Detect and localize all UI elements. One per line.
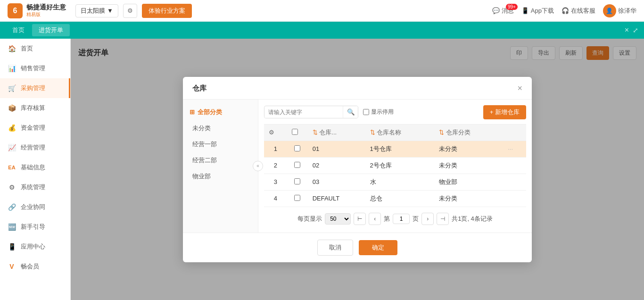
sidebar-label-app-center: 应用中心 [21,242,45,251]
row-action [503,174,526,190]
table-row[interactable]: 2 02 2号仓库 未分类 [264,157,526,174]
app-center-icon: 📱 [8,242,16,251]
sidebar-item-membership[interactable]: V 畅会员 [0,257,70,276]
row-category: 未分类 [434,190,503,207]
pagination: 每页显示 50 100 ⊢ ‹ 第 页 › ⊣ 共 [264,207,526,227]
row-checkbox[interactable] [294,162,300,168]
category-item-unclassified[interactable]: 未分类 [183,120,258,136]
row-idx: 2 [264,157,287,174]
category-all-header[interactable]: ⊞ 全部分类 [183,104,258,120]
phone-icon: 📱 [521,7,529,14]
col-code-header: ⇅ 仓库... [308,124,365,141]
app-logo-icon: 6 [8,3,23,18]
category-item-dept2[interactable]: 经营二部 [183,152,258,168]
sidebar-item-app-center[interactable]: 📱 应用中心 [0,237,70,257]
user-info[interactable]: 👤 徐泽华 [603,4,636,17]
row-name: 2号仓库 [365,157,434,174]
add-warehouse-button[interactable]: + 新增仓库 [483,105,526,119]
sidebar-item-sales[interactable]: 📊 销售管理 [0,58,70,78]
table-row[interactable]: 4 DEFAULT 总仓 未分类 [264,190,526,207]
user-avatar: 👤 [603,4,616,17]
prev-page-button[interactable]: ‹ [369,213,381,225]
purchase-icon: 🛒 [8,84,16,92]
row-action: ··· [503,141,526,157]
nav-tab-home[interactable]: 首页 [6,24,31,36]
system-icon: ⚙ [8,183,16,192]
sidebar-item-home[interactable]: 🏠 首页 [0,39,70,58]
operations-icon: 📈 [8,143,16,152]
nav-expand-button[interactable]: ⤢ [633,26,638,34]
app-download-button[interactable]: 📱 App下载 [521,7,554,15]
search-input[interactable] [264,107,343,118]
per-page-label: 每页显示 [297,215,322,223]
search-button[interactable]: 🔍 [343,106,358,118]
message-badge: 99+ [506,4,518,10]
nav-close-button[interactable]: × [625,26,629,34]
first-page-button[interactable]: ⊢ [354,213,366,225]
category-item-dept1[interactable]: 经营一部 [183,136,258,152]
sidebar-label-operations: 经营管理 [21,143,45,152]
message-button[interactable]: 💬 消息 99+ [492,7,514,15]
sidebar-item-inventory[interactable]: 📦 库存核算 [0,98,70,118]
sort-icon2: ⇅ [370,129,375,136]
sidebar-item-purchase[interactable]: 🛒 采购管理 [0,78,70,98]
show-disabled-text: 显示停用 [371,108,394,116]
total-info: 共1页, 4条记录 [452,215,493,223]
row-checkbox[interactable] [294,178,300,184]
sort-icon: ⇅ [313,129,318,136]
next-page-button[interactable]: › [421,213,434,225]
row-category: 未分类 [434,141,503,157]
sidebar-item-basic-info[interactable]: EA 基础信息 [0,158,70,177]
online-service-button[interactable]: 🎧 在线客服 [561,7,595,15]
nav-tab-purchase[interactable]: 进货开单 [32,24,70,36]
confirm-button[interactable]: 确定 [359,240,397,255]
sidebar-item-system[interactable]: ⚙ 系统管理 [0,177,70,197]
page-label: 页 [413,215,419,223]
row-checkbox[interactable] [294,195,300,201]
logo-area: 6 畅捷通好生意 精易版 [8,3,66,18]
cat-collapse-button[interactable]: « [253,161,263,171]
show-disabled-label: 显示停用 [363,108,394,116]
main-content: 进货开单 印 导出 刷新 查询 设置 仓库 × [71,39,644,300]
guide-icon: 🆕 [8,223,16,231]
table-row[interactable]: 1 01 1号仓库 未分类 ··· [264,141,526,157]
show-disabled-checkbox[interactable] [363,109,369,115]
sidebar-item-enterprise[interactable]: 🔗 企业协同 [0,197,70,217]
row-name: 水 [365,174,434,190]
main-layout: 🏠 首页 📊 销售管理 🛒 采购管理 📦 库存核算 💰 资金管理 📈 经营管理 … [0,39,644,300]
page-number-input[interactable] [393,214,410,224]
warehouse-table: ⚙ ⇅ 仓库... ⇅ 仓库名称 [264,124,526,207]
table-toolbar: 🔍 显示停用 + 新增仓库 [264,105,526,119]
row-code: 01 [308,141,365,157]
table-row[interactable]: 3 03 水 物业部 [264,174,526,190]
per-page-select[interactable]: 50 100 [325,213,351,225]
sidebar-label-enterprise: 企业协同 [21,203,45,211]
row-more-button[interactable]: ··· [508,145,513,152]
row-name: 1号仓库 [365,141,434,157]
last-page-button[interactable]: ⊣ [437,213,449,225]
sidebar-label-purchase: 采购管理 [21,84,45,92]
row-code: 02 [308,157,365,174]
nav-bar: 首页 进货开单 × ⤢ [0,22,644,39]
trial-button[interactable]: 体验行业方案 [142,4,192,18]
row-action [503,190,526,207]
settings-button[interactable]: ⚙ [123,4,137,18]
sidebar-item-operations[interactable]: 📈 经营管理 [0,138,70,158]
modal-close-button[interactable]: × [517,83,522,93]
category-item-property[interactable]: 物业部 [183,168,258,184]
gear-icon: ⚙ [127,7,133,14]
inventory-icon: 📦 [8,104,16,112]
row-name: 总仓 [365,190,434,207]
table-scroll-area: ⚙ ⇅ 仓库... ⇅ 仓库名称 [264,124,526,207]
sidebar-item-finance[interactable]: 💰 资金管理 [0,118,70,138]
row-checkbox[interactable] [294,145,300,151]
row-idx: 3 [264,174,287,190]
sidebar-item-guide[interactable]: 🆕 新手引导 [0,217,70,237]
modal-header: 仓库 × [183,77,532,100]
row-code: 03 [308,174,365,190]
modal-body: ⊞ 全部分类 未分类 经营一部 经营二部 物业部 « [183,100,532,233]
store-selector[interactable]: 日太阳膜 ▼ [75,4,118,17]
select-all-checkbox[interactable] [292,129,298,135]
cancel-button[interactable]: 取消 [317,240,353,256]
membership-icon: V [8,262,16,271]
